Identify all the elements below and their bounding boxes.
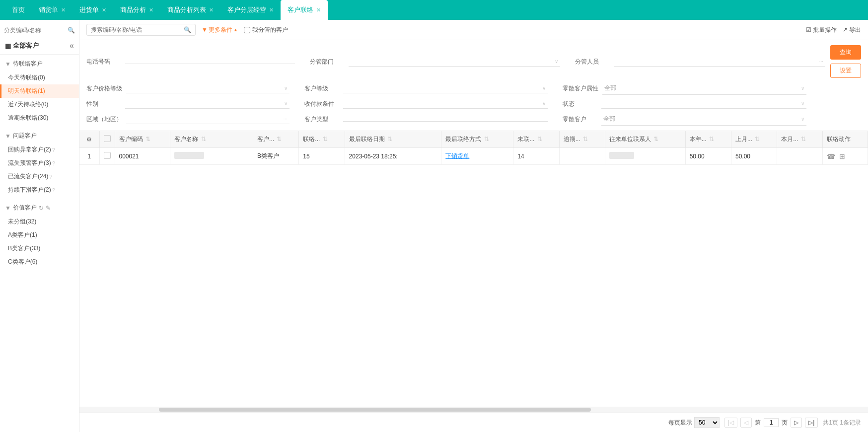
sort-uncontact-icon[interactable]: ⇅ bbox=[537, 136, 542, 143]
nav-close-product-list[interactable]: ✕ bbox=[209, 7, 214, 13]
sort-type-icon[interactable]: ⇅ bbox=[277, 136, 282, 143]
right-actions: ☑ 批量操作 ↗ 导出 bbox=[806, 26, 861, 34]
nav-home[interactable]: 首页 bbox=[5, 0, 32, 20]
sidebar-item-tomorrow[interactable]: 明天待联络(1) bbox=[0, 84, 79, 98]
sidebar-item-week[interactable]: 近7天待联络(0) bbox=[0, 98, 79, 111]
nav-sales[interactable]: 销货单 ✕ bbox=[32, 0, 72, 20]
value-refresh-icon[interactable]: ↻ bbox=[39, 205, 44, 212]
sidebar-item-class-a[interactable]: A类客户(1) bbox=[0, 228, 79, 242]
sort-date-icon[interactable]: ⇅ bbox=[387, 136, 392, 143]
col-no: ⚙ bbox=[79, 131, 99, 148]
sidebar-item-class-c[interactable]: C类客户(6) bbox=[0, 255, 79, 269]
filter-phone-input[interactable] bbox=[125, 60, 295, 64]
more-action-icon[interactable]: ⊞ bbox=[839, 152, 845, 160]
sort-code-icon[interactable]: ⇅ bbox=[145, 136, 150, 143]
sidebar-collapse-icon[interactable]: « bbox=[70, 41, 74, 50]
page-number-input[interactable] bbox=[764, 418, 779, 427]
prev-page-btn[interactable]: ◁ bbox=[740, 418, 752, 428]
nav-product-analysis-list[interactable]: 商品分析列表 ✕ bbox=[160, 0, 220, 20]
my-customers-checkbox[interactable] bbox=[244, 27, 250, 33]
problem-arrow-icon: ▼ bbox=[5, 133, 11, 140]
filter-region-select[interactable]: ··· bbox=[126, 114, 289, 124]
nav-close-customer-contact[interactable]: ✕ bbox=[316, 7, 321, 13]
filter-row-2: 客户价格等级 ∨ 客户等级 ∨ 零散客户属性 bbox=[86, 82, 861, 95]
nav-product-analysis[interactable]: 商品分析 ✕ bbox=[113, 0, 160, 20]
sidebar-search-icon[interactable]: 🔍 bbox=[68, 27, 75, 34]
footer: 每页显示 50 100 200 |◁ ◁ 第 页 ▷ ▷| 共1页 1条记录 bbox=[79, 413, 868, 432]
nav-close-sales[interactable]: ✕ bbox=[61, 7, 66, 13]
last-page-btn[interactable]: ▷| bbox=[805, 418, 818, 428]
sidebar: 🔍 ▦ 全部客户 « ▼ 待联络客户 今天待联络(0) 明天待联络(1) 近7天… bbox=[0, 20, 79, 432]
sort-unit-icon[interactable]: ⇅ bbox=[653, 136, 658, 143]
filter-phone: 电话号码 bbox=[86, 58, 295, 66]
sidebar-item-continuous-down[interactable]: 持续下滑客户(2) ? bbox=[0, 183, 79, 197]
payment-chevron-icon: ∨ bbox=[542, 101, 546, 106]
filter-level-select[interactable]: ∨ bbox=[343, 83, 548, 93]
filter-price-select[interactable]: ∨ bbox=[126, 83, 289, 93]
sidebar-item-lost-risk[interactable]: 流失预警客户(3) ? bbox=[0, 156, 79, 170]
page-size-select[interactable]: 50 100 200 bbox=[694, 417, 720, 428]
dept-chevron-icon: ∨ bbox=[555, 59, 558, 64]
query-button[interactable]: 查询 bbox=[830, 45, 861, 60]
sort-year-icon[interactable]: ⇅ bbox=[709, 136, 714, 143]
sort-overdue-icon[interactable]: ⇅ bbox=[583, 136, 588, 143]
select-all-checkbox[interactable] bbox=[104, 135, 111, 142]
cell-uncontact: 14 bbox=[513, 148, 559, 165]
sidebar-search-input[interactable] bbox=[4, 27, 68, 34]
sort-last-month-icon[interactable]: ⇅ bbox=[755, 136, 760, 143]
filter-row-4: 区域（地区） ··· 客户类型 零散客户 bbox=[86, 113, 861, 126]
nav-close-customer-layer[interactable]: ✕ bbox=[269, 7, 274, 13]
sidebar-item-today[interactable]: 今天待联络(0) bbox=[0, 71, 79, 84]
export-btn[interactable]: ↗ 导出 bbox=[843, 26, 861, 34]
filter-retail-customer-select[interactable]: 全部 ∨ bbox=[601, 113, 806, 126]
filter-icon: ▼ bbox=[202, 26, 208, 33]
last-method-link[interactable]: 下销货单 bbox=[445, 152, 469, 159]
sidebar-item-repeat-abnormal[interactable]: 回购异常客户(2) ? bbox=[0, 143, 79, 156]
nav-customer-layer[interactable]: 客户分层经营 ✕ bbox=[220, 0, 281, 20]
set-button[interactable]: 设置 bbox=[830, 64, 861, 78]
filter-manager: 分管人员 ··· bbox=[575, 57, 825, 67]
row-checkbox[interactable] bbox=[104, 152, 111, 159]
value-edit-icon[interactable]: ✎ bbox=[46, 205, 51, 212]
export-icon: ↗ bbox=[843, 26, 848, 33]
my-customers-checkbox-label[interactable]: 我分管的客户 bbox=[244, 26, 288, 34]
settings-col-icon[interactable]: ⚙ bbox=[86, 136, 92, 143]
sort-contact-icon[interactable]: ⇅ bbox=[323, 136, 328, 143]
filter-gender-select[interactable]: ∨ bbox=[125, 99, 289, 109]
scrollbar-thumb[interactable] bbox=[159, 408, 591, 412]
nav-close-purchase[interactable]: ✕ bbox=[102, 7, 106, 13]
filter-payment-select[interactable]: ∨ bbox=[343, 99, 548, 109]
cell-this-month bbox=[777, 148, 823, 165]
all-customers-label[interactable]: 全部客户 bbox=[13, 41, 70, 50]
sort-method-icon[interactable]: ⇅ bbox=[484, 136, 489, 143]
filter-customer-type: 客户类型 bbox=[304, 115, 548, 124]
sidebar-item-already-lost[interactable]: 已流失客户(24) ? bbox=[0, 170, 79, 183]
sidebar-item-overdue[interactable]: 逾期来联络(30) bbox=[0, 111, 79, 125]
filter-retail-attr-select[interactable]: 全部 ∨ bbox=[602, 82, 806, 95]
filter-retail-attr: 零散客户属性 全部 ∨ bbox=[563, 82, 806, 95]
filter-status-select[interactable]: ∨ bbox=[601, 99, 806, 109]
search-icon[interactable]: 🔍 bbox=[184, 26, 191, 33]
nav-customer-contact[interactable]: 客户联络 ✕ bbox=[281, 0, 328, 20]
filter-type-select[interactable] bbox=[343, 117, 548, 122]
sidebar-item-ungrouped[interactable]: 未分组(32) bbox=[0, 215, 79, 228]
pagination-nav: |◁ ◁ 第 页 ▷ ▷| bbox=[724, 418, 818, 428]
first-page-btn[interactable]: |◁ bbox=[724, 418, 737, 428]
search-input[interactable] bbox=[91, 26, 184, 33]
horizontal-scrollbar[interactable] bbox=[79, 407, 868, 413]
sidebar-item-class-b[interactable]: B类客户(33) bbox=[0, 242, 79, 255]
batch-action-btn[interactable]: ☑ 批量操作 bbox=[806, 26, 837, 34]
filter-manager-select[interactable]: ··· bbox=[614, 57, 825, 67]
nav-purchase[interactable]: 进货单 ✕ bbox=[72, 0, 113, 20]
sort-this-month-icon[interactable]: ⇅ bbox=[801, 136, 806, 143]
next-page-btn[interactable]: ▷ bbox=[791, 418, 802, 428]
nav-close-product[interactable]: ✕ bbox=[149, 7, 153, 13]
retail-attr-chevron-icon: ∨ bbox=[801, 85, 804, 91]
sort-name-icon[interactable]: ⇅ bbox=[201, 136, 206, 143]
contact-action-icon[interactable]: ☎ bbox=[827, 152, 835, 160]
filter-region: 区域（地区） ··· bbox=[86, 114, 289, 124]
retail-customer-chevron-icon: ∨ bbox=[801, 116, 804, 122]
value-section-title: ▼ 价值客户 ↻ ✎ bbox=[0, 201, 79, 215]
more-conditions-btn[interactable]: ▼ 更多条件 ▲ bbox=[202, 26, 238, 34]
filter-dept-select[interactable]: ∨ bbox=[349, 57, 560, 67]
